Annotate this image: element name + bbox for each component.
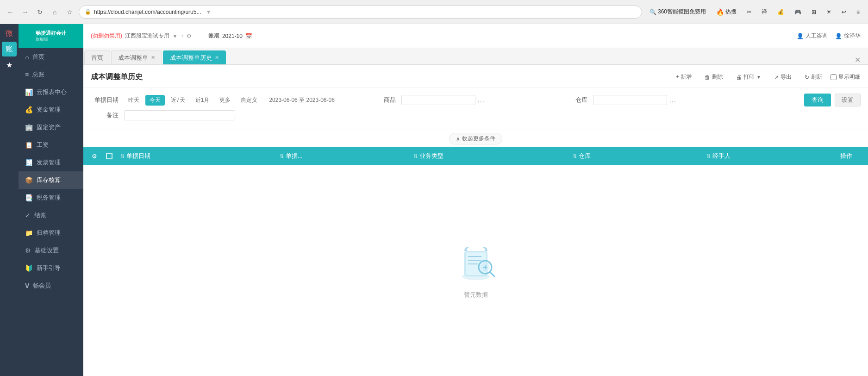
- back-button[interactable]: ←: [5, 6, 16, 18]
- reports-icon: 📊: [25, 88, 33, 96]
- select-all-checkbox[interactable]: [106, 153, 112, 159]
- th-handler[interactable]: ⇅ 经手人: [703, 152, 837, 160]
- scissors-tool[interactable]: ✂: [743, 6, 755, 19]
- th-checkbox-all[interactable]: [102, 153, 117, 159]
- setting-button[interactable]: 设置: [835, 94, 861, 107]
- funds-icon: 💰: [25, 106, 33, 113]
- sidebar-item-salary[interactable]: 📋 工资: [19, 136, 83, 154]
- remark-input[interactable]: [124, 110, 235, 120]
- export-icon: ↗: [774, 74, 779, 81]
- address-bar[interactable]: 🔒 https://cloud.chanjet.com/accounting/u…: [79, 6, 642, 19]
- tab-home[interactable]: 首页: [84, 50, 110, 64]
- brightness-tool[interactable]: ☀: [823, 6, 835, 19]
- collapse-button[interactable]: ∧ 收起更多条件: [449, 133, 502, 144]
- sidebar-item-inventory[interactable]: 📦 库存核算: [19, 171, 83, 189]
- date-filter-label: 单据日期: [91, 96, 119, 104]
- last-month-btn[interactable]: 近1月: [191, 95, 214, 106]
- grid-tool[interactable]: ⊞: [808, 6, 820, 19]
- sidebar-item-assets[interactable]: 🏢 固定资产: [19, 119, 83, 136]
- tab-cost-adjustment[interactable]: 成本调整单 ✕: [111, 50, 162, 64]
- icon-bar-bill[interactable]: 账: [2, 42, 17, 56]
- query-actions: 查询 设置: [804, 94, 861, 107]
- home-button[interactable]: ⌂: [49, 6, 60, 18]
- tab-cost-history[interactable]: 成本调整单历史 ✕: [163, 50, 226, 64]
- tab-cost-label: 成本调整单: [118, 54, 148, 62]
- wallet-tool[interactable]: 💰: [774, 6, 788, 19]
- page-actions: + 新增 🗑 删除 🖨 打印 ▼ ↗ 导出 ↻: [671, 71, 861, 83]
- company-warning: (勿删勿禁用): [91, 32, 122, 40]
- icon-bar-weibo[interactable]: 微: [2, 26, 17, 41]
- tab-home-label: 首页: [91, 54, 103, 62]
- warehouse-input[interactable]: [593, 95, 667, 105]
- today-btn[interactable]: 今天: [145, 95, 165, 106]
- sidebar-item-home[interactable]: ⌂ 首页: [19, 48, 83, 66]
- ledger-icon: ≡: [25, 71, 29, 78]
- vip-icon: V: [25, 282, 29, 289]
- consultant-button[interactable]: 👤 人工咨询: [797, 32, 828, 40]
- period-label: 账期: [208, 32, 219, 40]
- th-gear[interactable]: ⚙: [87, 153, 102, 160]
- bookmark-button[interactable]: ☆: [64, 6, 75, 18]
- refresh-button[interactable]: ↻: [34, 6, 45, 18]
- invoice-icon: 🧾: [25, 159, 33, 166]
- table-area: ⚙ ⇅ 单据日期 ⇅ 单据... ⇅ 业务类型: [83, 147, 868, 376]
- game-tool[interactable]: 🎮: [791, 6, 805, 19]
- query-button[interactable]: 查询: [804, 94, 831, 107]
- ssl-icon: 🔒: [85, 9, 91, 15]
- sidebar-item-ledger[interactable]: ≡ 总账: [19, 66, 83, 83]
- warehouse-dots[interactable]: …: [667, 96, 678, 104]
- company-selector[interactable]: (勿删勿禁用) 江西服宝测试专用 ▼ + ⚙: [91, 32, 192, 40]
- sidebar-label-settle: 结账: [34, 211, 46, 219]
- goods-input[interactable]: [401, 95, 475, 105]
- tab-close-icon[interactable]: ✕: [151, 55, 155, 61]
- sidebar-label-guide: 新手引导: [37, 264, 61, 272]
- add-company-icon[interactable]: +: [181, 33, 184, 39]
- export-button[interactable]: ↗ 导出: [769, 71, 796, 83]
- svg-line-8: [490, 272, 494, 276]
- hot-tool[interactable]: 🔥 热搜: [712, 6, 740, 19]
- sidebar-item-archive[interactable]: 📁 归档管理: [19, 224, 83, 242]
- sidebar-item-settings[interactable]: ⚙ 基础设置: [19, 242, 83, 259]
- sidebar-item-invoice[interactable]: 🧾 发票管理: [19, 154, 83, 171]
- sidebar-item-vip[interactable]: V 畅会员: [19, 277, 83, 295]
- display-checkbox[interactable]: [831, 74, 837, 80]
- sidebar-item-settle[interactable]: ✓ 结账: [19, 207, 83, 224]
- voucher-sort-icon: ⇅: [280, 153, 284, 159]
- sidebar: 畅捷通好会计 旗舰版 ⌂ 首页 ≡ 总账 📊 云报表中心 💰 资金管理 🏢 固定…: [19, 24, 83, 376]
- search-tool[interactable]: 🔍 360智能抠图免费用: [646, 6, 710, 19]
- custom-btn[interactable]: 自定义: [237, 95, 262, 106]
- refresh-button[interactable]: ↻ 刷新: [800, 71, 827, 83]
- th-biztype[interactable]: ⇅ 业务类型: [410, 152, 569, 160]
- forward-button[interactable]: →: [19, 6, 31, 18]
- dropdown-icon: ▼: [206, 9, 211, 15]
- th-voucher[interactable]: ⇅ 单据...: [276, 152, 410, 160]
- new-button[interactable]: + 新增: [671, 71, 696, 83]
- window-close-button[interactable]: ✕: [847, 56, 868, 64]
- undo-tool[interactable]: ↩: [838, 6, 850, 19]
- salary-icon: 📋: [25, 141, 33, 149]
- calendar-icon[interactable]: 📅: [245, 33, 252, 39]
- user-info[interactable]: 👤 徐泽华: [835, 32, 861, 40]
- th-date[interactable]: ⇅ 单据日期: [117, 152, 276, 160]
- page-header: 成本调整单历史 + 新增 🗑 删除 🖨 打印 ▼ ↗ 导出: [83, 65, 868, 88]
- menu-tool[interactable]: ≡: [853, 6, 863, 19]
- translate-tool[interactable]: 译: [758, 6, 771, 19]
- settings-cog-icon[interactable]: ⚙: [187, 33, 192, 39]
- sidebar-item-reports[interactable]: 📊 云报表中心: [19, 83, 83, 101]
- print-button[interactable]: 🖨 打印 ▼: [731, 71, 766, 83]
- yesterday-btn[interactable]: 昨天: [124, 95, 144, 106]
- sidebar-item-tax[interactable]: 📑 税务管理: [19, 189, 83, 207]
- sidebar-label-salary: 工资: [37, 141, 49, 149]
- delete-button[interactable]: 🗑 删除: [700, 71, 728, 83]
- th-warehouse[interactable]: ⇅ 仓库: [569, 152, 703, 160]
- sidebar-item-guide[interactable]: 🔰 新手引导: [19, 259, 83, 277]
- sidebar-label-inventory: 库存核算: [37, 176, 61, 184]
- last7days-btn[interactable]: 近7天: [167, 95, 189, 106]
- search-icon: 🔍: [649, 9, 656, 15]
- tab-history-close-icon[interactable]: ✕: [215, 55, 219, 61]
- display-toggle[interactable]: 显示明细: [831, 73, 861, 81]
- icon-bar-star[interactable]: ★: [2, 57, 17, 72]
- goods-dots[interactable]: …: [475, 96, 487, 104]
- more-btn[interactable]: 更多: [215, 95, 235, 106]
- sidebar-item-funds[interactable]: 💰 资金管理: [19, 101, 83, 119]
